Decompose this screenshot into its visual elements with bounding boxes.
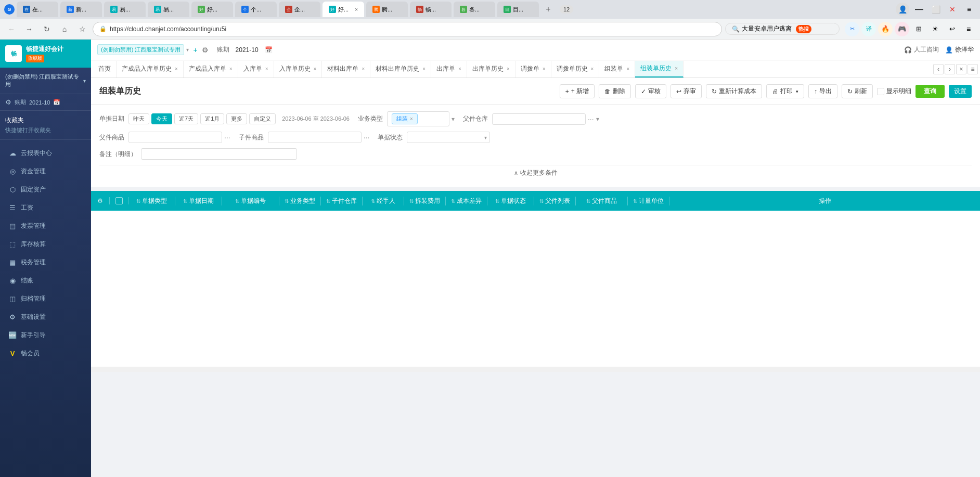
tab-scroll-left[interactable]: ‹ (933, 64, 944, 74)
sidebar-item-guide[interactable]: 🆕 新手引导 (0, 326, 91, 344)
settings-button-header[interactable]: ⚙ (202, 46, 209, 54)
sidebar-item-invoice[interactable]: ▤ 发票管理 (0, 217, 91, 235)
setup-button[interactable]: 设置 (949, 85, 972, 98)
th-biz-type[interactable]: ⇅ 业务类型 (279, 197, 321, 205)
user-menu[interactable]: 👤 徐泽华 (945, 45, 974, 54)
tab-stock-out-history-close[interactable]: × (507, 66, 510, 72)
export-button[interactable]: ↑ 导出 (808, 84, 837, 98)
parent-goods-input[interactable] (128, 132, 222, 143)
browser-tab-1[interactable]: 在 在... (17, 2, 58, 17)
undo-icon[interactable]: ↩ (945, 22, 959, 36)
parent-warehouse-dots[interactable]: ··· (588, 115, 594, 123)
sidebar-item-member[interactable]: V 畅会员 (0, 344, 91, 363)
query-button[interactable]: 查询 (915, 85, 945, 98)
th-parent-goods[interactable]: ⇅ 父件商品 (576, 197, 628, 205)
scissors-icon[interactable]: ✂ (845, 22, 859, 36)
th-cost-diff[interactable]: ⇅ 成本差异 (446, 197, 487, 205)
grid-icon[interactable]: ⊞ (911, 22, 926, 36)
home-button[interactable]: ⌂ (57, 22, 72, 36)
th-type[interactable]: ⇅ 单据类型 (128, 197, 175, 205)
browser-tab-7[interactable]: 企 企... (279, 2, 320, 17)
tab-assemble-history-close[interactable]: × (675, 66, 678, 71)
audit-button[interactable]: ✓ 审核 (635, 84, 666, 98)
sidebar-item-settings[interactable]: ⚙ 基础设置 (0, 308, 91, 326)
bill-status-select[interactable]: 待审核 已审核 已弃审 (407, 132, 490, 143)
tab-home[interactable]: 首页 (93, 61, 117, 78)
add-company-button[interactable]: + (191, 46, 199, 54)
date-custom[interactable]: 自定义 (249, 113, 276, 124)
sidebar-item-inventory[interactable]: ⬚ 库存核算 (0, 235, 91, 253)
select-all-checkbox[interactable] (115, 197, 123, 204)
collapse-button[interactable]: ∧ 收起更多条件 (99, 165, 972, 181)
business-type-dropdown[interactable]: ▾ (452, 115, 455, 123)
th-check[interactable] (110, 197, 128, 204)
back-button[interactable]: ← (4, 22, 19, 36)
date-more[interactable]: 更多 (226, 113, 247, 124)
show-detail-toggle[interactable]: 显示明细 (877, 87, 911, 96)
flame-icon[interactable]: 🔥 (878, 22, 893, 36)
date-yesterday[interactable]: 昨天 (128, 113, 149, 124)
brightness-icon[interactable]: ☀ (928, 22, 943, 36)
business-type-remove[interactable]: × (410, 116, 413, 122)
date-1month[interactable]: 近1月 (200, 113, 224, 124)
tab-transfer-history-close[interactable]: × (591, 66, 594, 72)
th-date[interactable]: ⇅ 单据日期 (175, 197, 222, 205)
browser-menu-button[interactable]: ≡ (961, 22, 976, 36)
tab-assemble-close[interactable]: × (626, 66, 629, 72)
service-button[interactable]: 🎧 人工咨询 (904, 45, 939, 54)
url-bar[interactable]: 🔒 https://cloud.chanjet.com/accounting/u… (93, 22, 722, 36)
child-goods-input[interactable] (268, 132, 362, 143)
minimize-button[interactable]: — (912, 3, 926, 16)
tab-stock-in-close[interactable]: × (265, 66, 268, 72)
settings-row[interactable]: ⚙ 账期 2021-10 📅 (0, 94, 91, 111)
tab-assemble[interactable]: 组装单 × (599, 61, 635, 78)
profile-icon[interactable]: 👤 (896, 3, 909, 16)
th-parent-list[interactable]: ⇅ 父件列表 (534, 197, 576, 205)
browser-tab-5[interactable]: 好 好... (191, 2, 233, 17)
sidebar-logo[interactable]: 畅 畅捷通好会计 旗舰版 (0, 40, 91, 68)
sidebar-item-settle[interactable]: ◉ 结账 (0, 272, 91, 290)
tab-stock-in[interactable]: 入库单 × (238, 61, 274, 78)
new-tab-button[interactable]: + (541, 2, 556, 17)
browser-tab-3[interactable]: 易 易... (104, 2, 146, 17)
browser-tab-11[interactable]: 各 各... (454, 2, 495, 17)
bookmark-button[interactable]: ☆ (75, 22, 89, 36)
tab-transfer[interactable]: 调拨单 × (515, 61, 551, 78)
recalculate-button[interactable]: ↻ 重新计算成本 (706, 84, 762, 98)
business-type-input[interactable]: 组装 × (387, 111, 449, 126)
browser-tab-2[interactable]: 新 新... (60, 2, 102, 17)
browser-tab-8[interactable]: 好 好... × (323, 2, 364, 17)
tab-stock-out-history[interactable]: 出库单历史 × (467, 61, 515, 78)
close-window-button[interactable]: ✕ (946, 3, 959, 16)
forward-button[interactable]: → (22, 22, 36, 36)
refresh-button[interactable]: ↻ 刷新 (842, 84, 873, 98)
sidebar-item-cloud[interactable]: ☁ 云报表中心 (0, 144, 91, 162)
tab-material-out-history[interactable]: 材料出库单历史 × (370, 61, 431, 78)
browser-tab-9[interactable]: 腾 腾... (366, 2, 408, 17)
tab-production-in-history[interactable]: 产成品入库单历史 × (117, 61, 184, 78)
tab-production-in-history-close[interactable]: × (175, 66, 178, 72)
browser-tab-10[interactable]: 畅 畅... (410, 2, 452, 17)
th-handler[interactable]: ⇅ 经手人 (363, 197, 404, 205)
th-settings[interactable]: ⚙ (91, 197, 110, 204)
tab-material-out[interactable]: 材料出库单 × (322, 61, 370, 78)
print-button[interactable]: 🖨 打印 ▾ (766, 84, 804, 98)
browser-tab-12[interactable]: 目 目... (497, 2, 539, 17)
translate-icon[interactable]: 译 (861, 22, 876, 36)
th-child-warehouse[interactable]: ⇅ 子件仓库 (321, 197, 363, 205)
tab-close-8[interactable]: × (355, 7, 358, 12)
date-today[interactable]: 今天 (151, 113, 172, 124)
tab-assemble-history[interactable]: 组装单历史 × (635, 61, 684, 78)
tab-stock-out[interactable]: 出库单 × (431, 61, 467, 78)
maximize-button[interactable]: ⬜ (929, 3, 943, 16)
tab-stock-out-close[interactable]: × (458, 66, 461, 72)
browser-tab-6[interactable]: 个 个... (235, 2, 277, 17)
th-bill-status[interactable]: ⇅ 单据状态 (487, 197, 534, 205)
horizontal-scrollbar[interactable] (91, 367, 980, 372)
tab-close-all[interactable]: × (956, 64, 966, 74)
tab-stock-in-history-close[interactable]: × (314, 66, 317, 72)
sidebar-company[interactable]: (勿删勿禁用) 江西服宝测试专用 ▾ (0, 68, 91, 94)
parent-warehouse-input[interactable] (492, 113, 586, 125)
sidebar-item-assets[interactable]: ⬡ 固定资产 (0, 181, 91, 199)
tab-stock-in-history[interactable]: 入库单历史 × (274, 61, 323, 78)
